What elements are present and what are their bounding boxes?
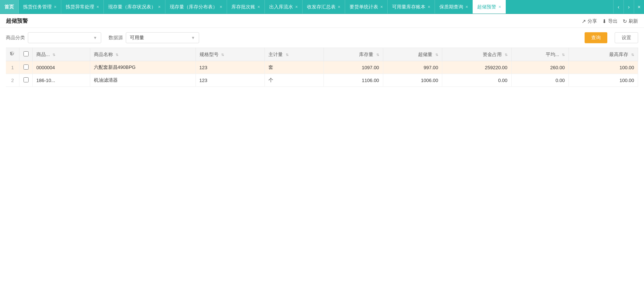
- th-stock[interactable]: 库存量 ⇅: [324, 48, 383, 61]
- sort-icon-capital: ⇅: [505, 53, 508, 57]
- row-avg-1: 0.00: [511, 74, 569, 87]
- datasource-select[interactable]: 可用量 ▼: [126, 32, 199, 43]
- row-unit-1: 个: [265, 74, 324, 87]
- nav-item-stir-task[interactable]: 拣货任务管理 ×: [19, 0, 61, 14]
- nav-arrows: ‹ › ×: [613, 0, 644, 14]
- share-label: 分享: [588, 18, 597, 25]
- row-num-0: 1: [6, 61, 19, 74]
- sort-icon-item-name: ⇅: [116, 53, 118, 57]
- nav-label-inventory-status: 现存量（库存状况表）: [108, 4, 156, 10]
- nav-item-inout-flow[interactable]: 出入库流水 ×: [265, 0, 303, 14]
- row-item-name-0: 六配套新昌490BPG: [90, 61, 195, 74]
- row-checkbox-1[interactable]: [23, 77, 29, 82]
- refresh-label: 刷新: [629, 18, 638, 25]
- sort-icon-stock: ⇅: [376, 53, 379, 57]
- th-spec[interactable]: 规格型号 ⇅: [195, 48, 265, 61]
- row-checkbox-cell-0: [19, 61, 33, 74]
- nav-arrow-left[interactable]: ‹: [613, 0, 623, 14]
- data-table: 商品... ⇅ 商品名称 ⇅ 规格型号 ⇅ 主计量 ⇅ 库存量 ⇅: [6, 48, 638, 87]
- nav-close-batch-ledger[interactable]: ×: [257, 4, 260, 10]
- nav-label-available-ledger: 可用量库存账本: [392, 4, 425, 10]
- nav-arrow-close[interactable]: ×: [634, 0, 644, 14]
- sort-icon-max-stock: ⇅: [631, 53, 634, 57]
- nav-label-collect-summary: 收发存汇总表: [307, 4, 336, 10]
- nav-close-quality-check[interactable]: ×: [465, 4, 468, 10]
- page-title: 超储预警: [6, 18, 28, 25]
- sort-icon-item-code: ⇅: [52, 53, 55, 57]
- nav-close-inout-flow[interactable]: ×: [295, 4, 298, 10]
- table-body: 1 0000004 六配套新昌490BPG 123 套 1097.00 997.…: [6, 61, 638, 87]
- th-unit[interactable]: 主计量 ⇅: [265, 48, 324, 61]
- nav-close-order-stats[interactable]: ×: [380, 4, 383, 10]
- share-button[interactable]: ↗ 分享: [582, 18, 597, 25]
- nav-close-inventory-status[interactable]: ×: [158, 4, 161, 10]
- sort-icon-overstock: ⇅: [435, 53, 438, 57]
- nav-close-collect-summary[interactable]: ×: [338, 4, 340, 10]
- nav-item-quality-check[interactable]: 保质期查询 ×: [435, 0, 473, 14]
- row-item-code-0: 0000004: [33, 61, 90, 74]
- row-checkbox-0[interactable]: [23, 64, 29, 70]
- page-header: 超储预警 ↗ 分享 ⬇ 导出 ↻ 刷新: [0, 14, 644, 28]
- nav-close-overstock-warning[interactable]: ×: [498, 4, 501, 10]
- row-overstock-1: 1006.00: [383, 74, 442, 87]
- nav-item-overstock-warning[interactable]: 超储预警 ×: [473, 0, 506, 14]
- nav-item-collect-summary[interactable]: 收发存汇总表 ×: [303, 0, 345, 14]
- nav-label-overstock-warning: 超储预警: [477, 4, 496, 10]
- gear-col-header: [6, 48, 19, 61]
- nav-label-batch-ledger: 库存批次账: [231, 4, 255, 10]
- checkbox-col-header: [19, 48, 33, 61]
- row-spec-1: 123: [195, 74, 265, 87]
- row-capital-1: 0.00: [442, 74, 511, 87]
- nav-label-quality-check: 保质期查询: [439, 4, 463, 10]
- table-container: 商品... ⇅ 商品名称 ⇅ 规格型号 ⇅ 主计量 ⇅ 库存量 ⇅: [0, 48, 644, 87]
- row-item-name-1: 机油滤清器: [90, 74, 195, 87]
- select-all-checkbox[interactable]: [23, 51, 29, 56]
- sort-icon-spec: ⇅: [221, 53, 224, 57]
- th-avg[interactable]: 平均... ⇅: [511, 48, 569, 61]
- table-row: 1 0000004 六配套新昌490BPG 123 套 1097.00 997.…: [6, 61, 638, 74]
- nav-close-stir-exception[interactable]: ×: [96, 4, 99, 10]
- th-capital[interactable]: 资金占用 ⇅: [442, 48, 511, 61]
- th-item-code[interactable]: 商品... ⇅: [33, 48, 90, 61]
- nav-label-stir-task: 拣货任务管理: [23, 4, 52, 10]
- nav-arrow-right[interactable]: ›: [623, 0, 634, 14]
- row-max-stock-0: 100.00: [569, 61, 638, 74]
- sort-icon-avg: ⇅: [562, 53, 565, 57]
- th-overstock[interactable]: 超储量 ⇅: [383, 48, 442, 61]
- row-overstock-0: 997.00: [383, 61, 442, 74]
- settings-button[interactable]: 设置: [615, 32, 638, 43]
- nav-item-order-stats[interactable]: 要货单统计表 ×: [345, 0, 388, 14]
- nav-close-inventory-dist[interactable]: ×: [220, 4, 222, 10]
- row-item-code-1: 186-10...: [33, 74, 90, 87]
- nav-close-stir-task[interactable]: ×: [54, 4, 56, 10]
- nav-label-order-stats: 要货单统计表: [350, 4, 378, 10]
- nav-item-inventory-status[interactable]: 现存量（库存状况表） ×: [104, 0, 165, 14]
- th-max-stock[interactable]: 最高库存 ⇅: [569, 48, 638, 61]
- nav-item-inventory-dist[interactable]: 现存量（库存分布表） ×: [165, 0, 227, 14]
- datasource-filter-group: 数据源 可用量 ▼: [109, 32, 199, 43]
- nav-item-stir-exception[interactable]: 拣货异常处理 ×: [61, 0, 104, 14]
- top-nav: 首页 拣货任务管理 × 拣货异常处理 × 现存量（库存状况表） × 现存量（库存…: [0, 0, 644, 14]
- share-icon: ↗: [582, 18, 586, 24]
- table-header-row: 商品... ⇅ 商品名称 ⇅ 规格型号 ⇅ 主计量 ⇅ 库存量 ⇅: [6, 48, 638, 61]
- nav-item-available-ledger[interactable]: 可用量库存账本 ×: [388, 0, 435, 14]
- export-label: 导出: [608, 18, 618, 25]
- refresh-button[interactable]: ↻ 刷新: [623, 18, 638, 25]
- row-stock-0: 1097.00: [324, 61, 383, 74]
- query-button[interactable]: 查询: [585, 32, 607, 43]
- row-checkbox-cell-1: [19, 74, 33, 87]
- category-select[interactable]: ▼: [28, 32, 101, 43]
- nav-label-inventory-dist: 现存量（库存分布表）: [170, 4, 217, 10]
- nav-close-available-ledger[interactable]: ×: [428, 4, 430, 10]
- row-stock-1: 1106.00: [324, 74, 383, 87]
- sort-icon-unit: ⇅: [286, 53, 289, 57]
- datasource-chevron-down-icon: ▼: [191, 36, 195, 40]
- nav-item-batch-ledger[interactable]: 库存批次账 ×: [227, 0, 265, 14]
- row-avg-0: 260.00: [511, 61, 569, 74]
- nav-label-stir-exception: 拣货异常处理: [66, 4, 94, 10]
- toolbar: 商品分类 ▼ 数据源 可用量 ▼ 查询 设置: [0, 28, 644, 48]
- th-item-name[interactable]: 商品名称 ⇅: [90, 48, 195, 61]
- export-icon: ⬇: [602, 18, 607, 24]
- export-button[interactable]: ⬇ 导出: [602, 18, 618, 25]
- nav-item-home[interactable]: 首页: [0, 0, 19, 14]
